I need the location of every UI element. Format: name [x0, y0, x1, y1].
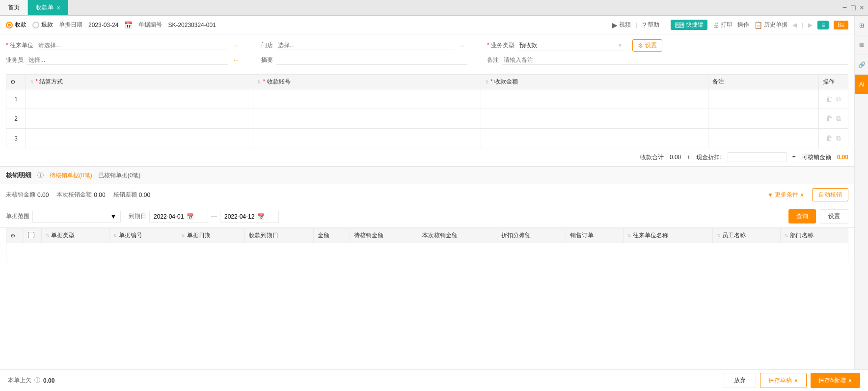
row-1-copy-icon[interactable]: ⧉ [836, 95, 841, 103]
summary-input[interactable] [276, 56, 467, 65]
abandon-button[interactable]: 放弃 [724, 373, 756, 388]
due-date-label: 到期日 [129, 212, 146, 221]
help-btn[interactable]: ? 帮助 [642, 21, 659, 29]
more-conditions-btn[interactable]: ▼ 更多条件 ∧ [767, 191, 804, 199]
due-date-to[interactable]: 2022-04-12 📅 [220, 211, 279, 223]
summary-label: 摘要 [261, 56, 273, 64]
history-btn[interactable]: 📋 历史单据 [754, 21, 787, 29]
sidebar-mail-btn[interactable]: ✉ [855, 35, 868, 55]
row-3-delete-icon[interactable]: 🗑 [826, 134, 833, 142]
store-input[interactable] [276, 41, 454, 50]
form-row-1: 往来单位 ··· 门店 ··· 业务类型 预收款 ▼ ⚙ 设置 [6, 39, 848, 52]
col-staff-label: 员工名称 [722, 232, 746, 239]
row-2-account[interactable] [253, 109, 481, 129]
salesperson-label: 业务员 [6, 56, 24, 64]
store-label: 门店 [261, 41, 273, 50]
window-close-icon[interactable]: × [860, 3, 864, 12]
business-type-select[interactable]: 预收款 ▼ [517, 40, 624, 51]
salesperson-more-icon[interactable]: ··· [231, 57, 242, 64]
info-icon-footer[interactable]: ⓘ [34, 376, 40, 385]
calendar-icon[interactable]: 📅 [124, 21, 133, 29]
remark-field: 备注 [487, 56, 848, 65]
row-1-settlement[interactable] [26, 89, 253, 109]
col-settings-header[interactable]: ⚙ [6, 75, 26, 89]
col-current-label: 本次核销金额 [422, 232, 458, 239]
radio-receipt[interactable]: 收款 [6, 21, 27, 29]
minimize-icon[interactable]: − [842, 3, 847, 12]
filter-setting-button[interactable]: 设置 [820, 209, 848, 223]
row-2-amount[interactable] [481, 109, 708, 129]
counterpart-input[interactable] [36, 41, 228, 50]
select-all-checkbox[interactable] [28, 232, 34, 238]
account-label: 收款账号 [263, 78, 291, 85]
settings-button[interactable]: ⚙ 设置 [632, 39, 662, 52]
row-3-amount[interactable] [481, 129, 708, 148]
row-2-settlement[interactable] [26, 109, 253, 129]
uncancelled-label: 未核销金额 [6, 191, 35, 199]
bottom-table: ⚙ ⇅ 单据类型 ⇅ 单据编号 ⇅ 单据日期 [6, 228, 848, 263]
history-icon: 📋 [754, 21, 762, 29]
row-2-copy-icon[interactable]: ⧉ [836, 114, 841, 122]
maximize-icon[interactable]: □ [851, 3, 856, 12]
radio-refund[interactable]: 退款 [32, 21, 53, 29]
tab-receipt[interactable]: 收款单 × [28, 0, 68, 15]
row-2-remark[interactable] [708, 109, 818, 129]
save-draft-label: 保存草稿 [768, 376, 792, 385]
range-select[interactable]: ▼ [32, 211, 121, 223]
bottom-col-checkbox-header[interactable] [24, 228, 42, 243]
store-field: 门店 ··· [261, 41, 467, 50]
auto-offset-button[interactable]: 自动核销 [812, 188, 848, 201]
query-button[interactable]: 查询 [788, 209, 816, 223]
row-2-delete-icon[interactable]: 🗑 [826, 114, 833, 122]
counterpart-more-icon[interactable]: ··· [231, 42, 242, 49]
uncancelled-value: 0.00 [37, 192, 49, 198]
tab-close-icon[interactable]: × [56, 4, 60, 11]
table-row: 1 🗑 ⧉ [6, 89, 848, 109]
remark-label: 备注 [487, 56, 499, 64]
bottom-col-check-header[interactable]: ⚙ [6, 228, 24, 243]
info-icon[interactable]: ⓘ [37, 171, 44, 180]
more-conditions-label: 更多条件 [775, 191, 798, 199]
row-3-copy-icon[interactable]: ⧉ [836, 134, 841, 142]
window-controls: − □ × [842, 3, 868, 12]
pending-tab[interactable]: 待核销单据(0笔) [50, 171, 92, 180]
result-value: 0.00 [837, 154, 848, 161]
operation-btn[interactable]: 操作 [737, 21, 749, 29]
row-3-account[interactable] [253, 129, 481, 148]
video-btn[interactable]: ▶ 视频 [612, 21, 631, 29]
row-1-remark[interactable] [708, 89, 818, 109]
uncancelled-stat: 未核销金额 0.00 [6, 191, 49, 199]
due-date-from[interactable]: 2022-04-01 📅 [149, 211, 208, 223]
discount-input[interactable] [728, 152, 787, 162]
equals-sign: = [792, 154, 796, 161]
footer: 本单上欠 ⓘ 0.00 放弃 保存草稿 ∧ 保存&新增 ∧ [0, 369, 868, 391]
save-draft-arrow-icon: ∧ [794, 377, 798, 384]
row-1-delete-icon[interactable]: 🗑 [826, 95, 833, 103]
save-new-button[interactable]: 保存&新增 ∧ [811, 373, 860, 388]
remark-input[interactable] [502, 56, 848, 65]
row-1-account[interactable] [253, 89, 481, 109]
discount-label: 现金折扣: [696, 153, 721, 162]
done-tab[interactable]: 已核销单据(0笔) [98, 171, 141, 180]
row-1-amount[interactable] [481, 89, 708, 109]
sidebar-table-btn[interactable]: ⊞ [855, 16, 868, 35]
bottom-col-pending-header: 待核销金额 [350, 228, 418, 243]
number-value: SK-20230324-001 [168, 22, 216, 28]
tab-bar: 首页 收款单 × − □ × [0, 0, 868, 16]
store-more-icon[interactable]: ··· [457, 42, 467, 49]
row-3-remark[interactable] [708, 129, 818, 148]
row-3-settlement[interactable] [26, 129, 253, 148]
range-label: 单据范围 [6, 212, 29, 221]
bottom-col-order-header: 销售订单 [566, 228, 624, 243]
bottom-col-dept-header: ⇅ 部门名称 [780, 228, 848, 243]
attachment-icon: 🔗 [858, 61, 866, 68]
operation-label: 操作 [737, 21, 749, 29]
print-btn[interactable]: 🖨 打印 [712, 21, 732, 29]
sidebar-ai-btn[interactable]: Ai [855, 75, 868, 94]
save-draft-button[interactable]: 保存草稿 ∧ [760, 373, 807, 388]
shortcut-btn[interactable]: ⌨ 快捷键 [671, 20, 707, 30]
tab-home[interactable]: 首页 [0, 0, 28, 15]
salesperson-input[interactable] [27, 56, 228, 65]
sidebar-attachment-btn[interactable]: 🔗 [855, 55, 868, 75]
save-new-arrow-icon: ∧ [848, 377, 852, 384]
